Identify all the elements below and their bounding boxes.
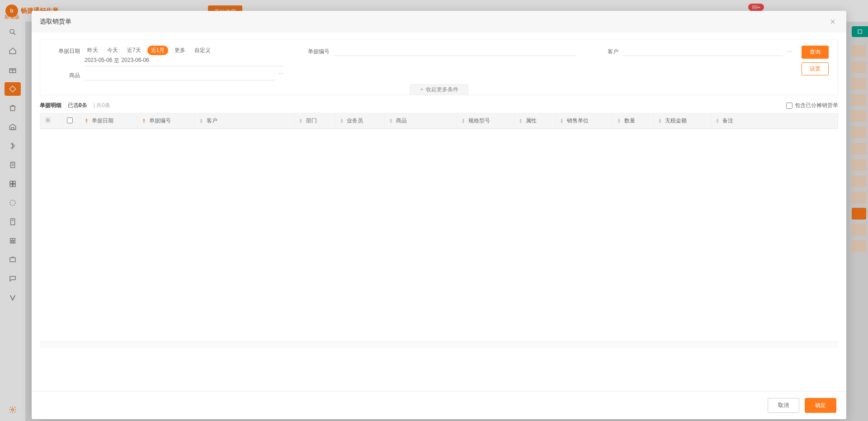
col-unit[interactable]: ▲▼ 销售单位 — [555, 113, 613, 129]
col-label: 备注 — [722, 117, 733, 124]
col-amount[interactable]: ▲▼ 无税金额 — [654, 113, 711, 129]
col-attr[interactable]: ▲▼ 属性 — [514, 113, 555, 129]
settings-button[interactable]: 设置 — [802, 62, 829, 75]
col-salesperson[interactable]: ▲▼ 业务员 — [335, 113, 384, 129]
select-sales-order-modal: 选取销货单 查询 设置 单据日期 昨天 今天 近7天 近1 — [32, 11, 846, 419]
docno-label: 单据编号 — [302, 46, 330, 56]
col-label: 单据编号 — [149, 117, 171, 124]
sort-icon: ▲▼ — [389, 118, 393, 124]
sort-icon: ▲▼ — [658, 118, 662, 124]
col-label: 单据日期 — [92, 117, 113, 124]
sort-icon: ▲▼ — [617, 118, 621, 124]
date-tag-custom[interactable]: 自定义 — [192, 46, 213, 55]
date-tag-more[interactable]: 更多 — [172, 46, 188, 55]
col-docno[interactable]: ▲▼ 单据编号 — [137, 113, 195, 129]
include-allocated-checkbox[interactable]: 包含已分摊销货单 — [786, 102, 838, 109]
col-remark[interactable]: ▲▼ 备注 — [711, 113, 838, 129]
docno-filter: 单据编号 — [302, 46, 576, 56]
date-tag-last1m[interactable]: 近1月 — [147, 46, 169, 55]
horizontal-scrollbar[interactable] — [40, 341, 838, 348]
gear-icon — [45, 117, 51, 123]
total-sep: | — [94, 102, 95, 108]
sort-icon: ▲▼ — [519, 118, 523, 124]
customer-picker-icon[interactable]: ··· — [787, 48, 793, 54]
col-date[interactable]: ▲▼ 单据日期 — [80, 113, 137, 129]
sort-icon: ▲▼ — [142, 118, 146, 124]
col-label: 规格型号 — [468, 117, 490, 124]
col-label: 商品 — [396, 117, 407, 124]
col-product[interactable]: ▲▼ 商品 — [384, 113, 457, 129]
col-label: 业务员 — [347, 117, 363, 124]
date-to: 2023-06-06 — [121, 57, 149, 65]
close-icon[interactable] — [827, 16, 838, 27]
date-sep: 至 — [114, 57, 119, 65]
modal-title: 选取销货单 — [40, 18, 71, 26]
col-label: 客户 — [207, 117, 217, 124]
modal-header: 选取销货单 — [32, 11, 846, 33]
sort-icon: ▲▼ — [462, 118, 465, 124]
col-label: 销售单位 — [567, 117, 589, 124]
date-quick-tags: 昨天 今天 近7天 近1月 更多 自定义 — [85, 46, 284, 55]
col-label: 数量 — [624, 117, 635, 124]
date-range[interactable]: 2023-05-06 至 2023-06-06 — [85, 57, 284, 66]
product-label: 商品 — [49, 70, 80, 80]
chevron-up-icon — [420, 88, 424, 92]
svg-point-23 — [47, 119, 49, 121]
detail-header: 单据明细 已选0条 | 共0条 包含已分摊销货单 — [40, 102, 838, 109]
table-empty-area — [40, 129, 838, 341]
customer-input[interactable] — [623, 46, 783, 56]
customer-filter: 客户 ··· — [594, 46, 829, 56]
sort-icon: ▲▼ — [199, 118, 203, 124]
product-input[interactable] — [85, 70, 275, 80]
sort-icon: ▲▼ — [299, 118, 302, 124]
col-label: 属性 — [526, 117, 537, 124]
col-qty[interactable]: ▲▼ 数量 — [613, 113, 654, 129]
col-dept[interactable]: ▲▼ 部门 — [294, 113, 335, 129]
date-tag-yesterday[interactable]: 昨天 — [85, 46, 101, 55]
include-allocated-input[interactable] — [786, 103, 793, 109]
date-tag-last7[interactable]: 近7天 — [124, 46, 144, 55]
include-label: 包含已分摊销货单 — [795, 102, 838, 109]
sort-icon: ▲▼ — [85, 118, 89, 124]
col-label: 无税金额 — [665, 117, 687, 124]
select-all-input[interactable] — [67, 117, 73, 123]
detail-title: 单据明细 — [40, 102, 61, 109]
docno-input[interactable] — [334, 46, 576, 56]
date-tag-today[interactable]: 今天 — [104, 46, 121, 55]
modal-footer: 取消 确定 — [32, 391, 846, 419]
collapse-label: 收起更多条件 — [426, 86, 458, 94]
confirm-button[interactable]: 确定 — [805, 398, 836, 413]
modal-body: 查询 设置 单据日期 昨天 今天 近7天 近1月 更多 自定义 — [32, 33, 846, 391]
column-settings[interactable] — [40, 113, 62, 129]
date-from: 2023-05-06 — [85, 57, 112, 65]
selected-count: 已选0条 — [68, 102, 87, 109]
col-label: 部门 — [306, 117, 317, 124]
select-all-checkbox[interactable] — [62, 113, 80, 129]
collapse-more-toggle[interactable]: 收起更多条件 — [410, 84, 468, 95]
col-customer[interactable]: ▲▼ 客户 — [195, 113, 294, 129]
selected-prefix: 已选 — [68, 102, 79, 108]
product-picker-icon[interactable]: ··· — [278, 70, 284, 76]
sort-icon: ▲▼ — [716, 118, 719, 124]
date-label: 单据日期 — [49, 46, 80, 55]
col-spec[interactable]: ▲▼ 规格型号 — [457, 113, 514, 129]
filter-panel: 查询 设置 单据日期 昨天 今天 近7天 近1月 更多 自定义 — [40, 39, 838, 95]
cancel-button[interactable]: 取消 — [768, 398, 799, 413]
sort-icon: ▲▼ — [560, 118, 563, 124]
total-text: 共0条 — [96, 102, 110, 108]
product-filter: 商品 ··· — [49, 70, 284, 80]
customer-label: 客户 — [594, 46, 618, 56]
detail-table: ▲▼ 单据日期 ▲▼ 单据编号 ▲▼ 客户 ▲▼ — [40, 113, 838, 129]
date-filter: 单据日期 昨天 今天 近7天 近1月 更多 自定义 2023-05-06 至 — [49, 46, 284, 66]
selected-suffix: 条 — [82, 102, 87, 108]
total-count: | 共0条 — [94, 102, 110, 109]
sort-icon: ▲▼ — [340, 118, 344, 124]
selected-number: 0 — [79, 102, 82, 108]
